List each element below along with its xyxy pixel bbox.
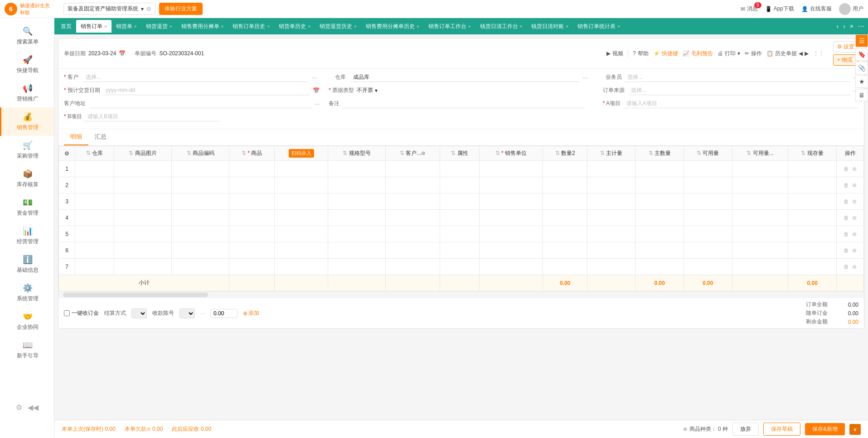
help-btn[interactable]: ? 帮助	[633, 50, 649, 58]
nav-close-all[interactable]: ×	[848, 22, 855, 31]
sort-warehouse[interactable]: ⇅	[86, 150, 91, 156]
sidebar-item-finance[interactable]: 💵 资金管理	[0, 193, 54, 221]
cell-image[interactable]	[114, 161, 172, 177]
cell-available[interactable]	[684, 161, 732, 177]
delivery-calendar-icon[interactable]: 📅	[313, 87, 320, 94]
address-input[interactable]	[89, 99, 312, 108]
tab-close-icon[interactable]: ×	[468, 24, 471, 29]
user-menu[interactable]: 用户	[839, 3, 863, 15]
sort-product[interactable]: ⇅	[242, 150, 246, 156]
one-click-input[interactable]	[64, 310, 70, 316]
tab-stats[interactable]: 销售订单统计表 ×	[573, 20, 625, 33]
sort-spec[interactable]: ⇅	[343, 150, 347, 156]
right-panel-bookmark-icon[interactable]: 🔖	[855, 48, 868, 61]
nav-more[interactable]: ⋯	[856, 22, 866, 31]
cell-sales-unit[interactable]	[479, 161, 543, 177]
tab-reconcile[interactable]: 钱货日清对账 ×	[527, 20, 573, 33]
sidebar-item-operations[interactable]: 📊 经营管理	[0, 221, 54, 250]
view-btn[interactable]: ▶ 视频	[606, 50, 623, 58]
b-project-input[interactable]	[85, 112, 221, 121]
sidebar-item-nav[interactable]: 🚀 快捷导航	[0, 50, 54, 79]
gear-button[interactable]: ⚙	[16, 403, 22, 412]
order-source-input[interactable]	[628, 86, 851, 95]
sort-customer-code[interactable]: ⇅	[400, 150, 404, 156]
add-button[interactable]: ⊕ 添加	[243, 309, 259, 317]
sidebar-item-sales[interactable]: 💰 销售管理	[0, 107, 54, 136]
save-new-arrow-button[interactable]: ∨	[849, 424, 861, 435]
sort-sales-unit[interactable]: ⇅	[495, 150, 500, 156]
tab-return-history[interactable]: 销货退货历史 ×	[315, 20, 361, 33]
customer-input[interactable]	[83, 72, 309, 82]
discard-button[interactable]: 放弃	[732, 423, 759, 436]
scroll-thumb[interactable]	[63, 293, 208, 297]
warehouse-input[interactable]	[350, 72, 580, 82]
cell-code[interactable]	[172, 161, 229, 177]
note-input[interactable]	[342, 99, 584, 108]
address-ellipsis[interactable]: ···	[315, 100, 320, 107]
sort-image[interactable]: ⇅	[129, 150, 133, 156]
save-new-button[interactable]: 保存&新增	[805, 423, 845, 435]
customer-ellipsis[interactable]: ···	[311, 74, 317, 81]
cell-stock[interactable]	[788, 161, 837, 177]
row-copy-icon[interactable]: ⊕	[852, 166, 857, 172]
app-download-btn[interactable]: 📱 App下载	[765, 5, 794, 13]
tab-detail[interactable]: 明细	[64, 129, 88, 145]
tab-close-icon[interactable]: ×	[104, 24, 107, 29]
salesperson-input[interactable]	[625, 72, 850, 82]
sort-main-qty[interactable]: ⇅	[649, 150, 653, 156]
tab-close-icon[interactable]: ×	[617, 24, 620, 29]
tab-close-icon[interactable]: ×	[566, 24, 568, 29]
online-service-btn[interactable]: 👤 在线客服	[801, 5, 832, 13]
sidebar-item-system[interactable]: ⚙️ 系统管理	[0, 279, 54, 307]
sort-stock[interactable]: ⇅	[801, 150, 805, 156]
th-config[interactable]: ⚙	[59, 146, 75, 161]
cell-spec[interactable]	[328, 161, 386, 177]
sidebar-item-marketing[interactable]: 📢 营销推广	[0, 79, 54, 107]
invoice-type-select[interactable]: 不开票 ▾	[357, 87, 584, 94]
cell-customer-code[interactable]	[386, 161, 440, 177]
cell-product[interactable]	[229, 161, 275, 177]
row-delete-icon[interactable]: 🗑	[844, 182, 849, 188]
tab-expense-history[interactable]: 销售费用分摊单历史 ×	[361, 20, 424, 33]
row-delete-icon[interactable]: 🗑	[844, 247, 849, 254]
warehouse-ellipsis[interactable]: ···	[582, 74, 588, 81]
receipt-select[interactable]	[179, 308, 195, 318]
amount-input[interactable]	[210, 309, 238, 318]
operation-btn[interactable]: ✏ 操作	[745, 50, 762, 58]
sidebar-item-collab[interactable]: 🤝 企业协同	[0, 307, 54, 336]
sort-code[interactable]: ⇅	[187, 150, 191, 156]
industry-button[interactable]: 体验行业方案	[159, 3, 203, 15]
sort-qty2[interactable]: ⇅	[555, 150, 560, 156]
sidebar-item-info[interactable]: ℹ️ 基础信息	[0, 250, 54, 279]
tab-return[interactable]: 销货退货 ×	[141, 20, 177, 33]
setting-button[interactable]: ⚙ 设置	[833, 41, 858, 53]
right-panel-star-icon[interactable]: ★	[855, 75, 868, 88]
row-delete-icon[interactable]: 🗑	[844, 198, 849, 205]
tab-close-icon[interactable]: ×	[267, 24, 270, 29]
delivery-date-input[interactable]	[103, 86, 310, 95]
cell-available2[interactable]	[732, 161, 788, 177]
calendar-icon[interactable]: 📅	[119, 50, 126, 57]
table-scrollbar[interactable]	[58, 291, 864, 298]
row-delete-icon[interactable]: 🗑	[844, 166, 849, 172]
tab-order-history[interactable]: 销售订单历史 ×	[228, 20, 274, 33]
nav-next[interactable]: ›	[841, 22, 847, 31]
app-selector[interactable]: 装备及固定资产辅助管理系统 ▾ ⚙	[63, 3, 155, 15]
tab-close-icon[interactable]: ×	[308, 24, 310, 29]
sidebar-item-inventory[interactable]: 📦 库存核算	[0, 164, 54, 193]
shortcut-btn[interactable]: ⚡ 快捷键	[653, 50, 678, 58]
tab-close-icon[interactable]: ×	[170, 24, 172, 29]
tab-close-icon[interactable]: ×	[354, 24, 357, 29]
message-btn[interactable]: ✉ 消息 9	[741, 5, 758, 13]
tab-sales-bill[interactable]: 销货单 ×	[112, 20, 141, 33]
row-copy-icon[interactable]: ⊕	[852, 247, 857, 254]
profit-btn[interactable]: 📈 毛利预告	[683, 50, 713, 58]
sort-attr[interactable]: ⇅	[451, 150, 456, 156]
row-copy-icon[interactable]: ⊕	[852, 198, 857, 205]
sort-main-unit[interactable]: ⇅	[600, 150, 605, 156]
sidebar-item-guide[interactable]: 📖 新手引导	[0, 336, 54, 364]
sidebar-item-purchase[interactable]: 🛒 采购管理	[0, 136, 54, 164]
row-copy-icon[interactable]: ⊕	[852, 264, 857, 270]
row-delete-icon[interactable]: 🗑	[844, 231, 849, 237]
cell-qty2[interactable]	[543, 161, 587, 177]
